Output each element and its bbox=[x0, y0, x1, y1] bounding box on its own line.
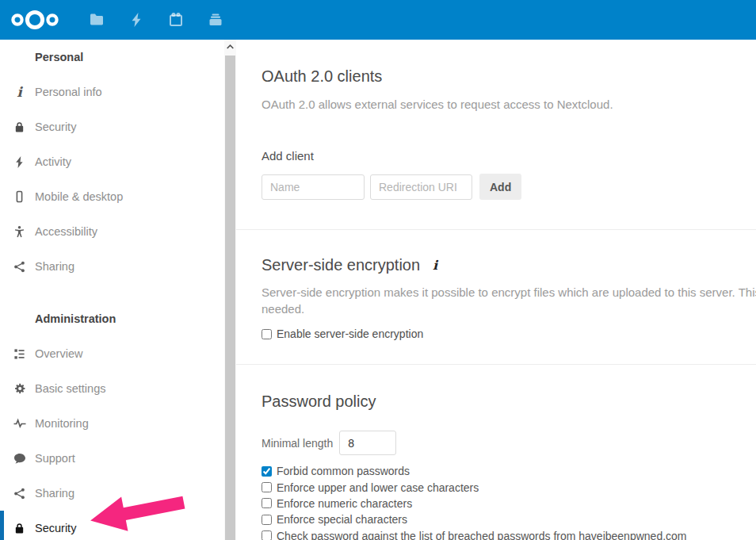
nextcloud-logo[interactable] bbox=[8, 0, 62, 40]
oauth-section: OAuth 2.0 clients OAuth 2.0 allows exter… bbox=[236, 66, 756, 200]
accessibility-icon bbox=[4, 225, 35, 238]
settings-content: OAuth 2.0 clients OAuth 2.0 allows exter… bbox=[236, 40, 756, 540]
sidebar-item-sharing-personal[interactable]: Sharing bbox=[0, 249, 224, 284]
lock-icon bbox=[4, 121, 35, 133]
client-name-input[interactable] bbox=[262, 174, 365, 200]
add-client-label: Add client bbox=[262, 149, 756, 163]
policy-row: Check password against the list of breac… bbox=[262, 528, 756, 540]
sidebar-item-support[interactable]: Support bbox=[0, 441, 224, 476]
gear-icon bbox=[4, 382, 35, 395]
sidebar-section-personal: Personal bbox=[0, 40, 224, 75]
sidebar-section-administration: Administration bbox=[0, 301, 224, 336]
settings-sidebar: Personal i Personal info Security Activi… bbox=[0, 40, 224, 540]
info-icon: i bbox=[4, 86, 35, 99]
files-icon[interactable] bbox=[77, 0, 116, 40]
sidebar-item-activity[interactable]: Activity bbox=[0, 144, 224, 179]
sidebar-scrollbar[interactable] bbox=[224, 40, 236, 540]
monitoring-icon bbox=[4, 418, 35, 429]
sidebar-item-personal-info[interactable]: i Personal info bbox=[0, 75, 224, 109]
sidebar-item-security-personal[interactable]: Security bbox=[0, 109, 224, 144]
calendar-icon[interactable] bbox=[156, 0, 196, 40]
enable-encryption-checkbox[interactable] bbox=[262, 329, 272, 339]
policy-row: Enforce upper and lower case characters bbox=[262, 479, 756, 495]
sidebar-item-accessibility[interactable]: Accessibility bbox=[0, 214, 224, 249]
password-policy-section: Password policy Minimal length Forbid co… bbox=[236, 364, 756, 540]
mobile-icon bbox=[4, 190, 35, 203]
enable-encryption-label[interactable]: Enable server-side encryption bbox=[277, 327, 423, 340]
scrollbar-thumb[interactable] bbox=[225, 56, 235, 540]
scrollbar-up-arrow-icon[interactable] bbox=[224, 40, 236, 54]
forbid-common-passwords-checkbox[interactable] bbox=[262, 466, 272, 477]
lock-icon bbox=[4, 523, 35, 534]
minimal-length-label: Minimal length bbox=[262, 437, 333, 450]
policy-row: Forbid common passwords bbox=[262, 463, 756, 479]
password-policy-options: Forbid common passwords Enforce upper an… bbox=[262, 463, 756, 540]
activity-icon[interactable] bbox=[116, 0, 156, 40]
sidebar-item-security-admin[interactable]: Security bbox=[0, 511, 224, 540]
oauth-title: OAuth 2.0 clients bbox=[262, 66, 756, 87]
policy-row: Enforce special characters bbox=[262, 511, 756, 527]
lightning-icon bbox=[4, 156, 35, 168]
minimal-length-input[interactable] bbox=[339, 431, 396, 455]
enforce-special-checkbox[interactable] bbox=[262, 515, 272, 525]
encryption-description-line1: Server-side encryption makes it possible… bbox=[262, 284, 756, 301]
overview-icon bbox=[4, 348, 35, 360]
share-icon bbox=[4, 488, 35, 500]
enforce-upper-lower-checkbox[interactable] bbox=[262, 482, 272, 492]
password-policy-title: Password policy bbox=[262, 391, 756, 412]
enforce-numeric-checkbox[interactable] bbox=[262, 498, 272, 508]
add-client-button[interactable]: Add bbox=[479, 174, 521, 200]
deck-icon[interactable] bbox=[196, 0, 235, 40]
sidebar-item-basic-settings[interactable]: Basic settings bbox=[0, 371, 224, 406]
check-hibp-checkbox[interactable] bbox=[262, 530, 272, 540]
info-icon[interactable]: i bbox=[433, 258, 437, 273]
oauth-description: OAuth 2.0 allows external services to re… bbox=[262, 96, 756, 113]
policy-row: Enforce numeric characters bbox=[262, 496, 756, 511]
encryption-title: Server-side encryption bbox=[262, 255, 420, 276]
redirection-uri-input[interactable] bbox=[370, 174, 472, 200]
encryption-description-line2: needed. bbox=[262, 301, 756, 317]
sidebar-item-monitoring[interactable]: Monitoring bbox=[0, 406, 224, 441]
sidebar-item-overview[interactable]: Overview bbox=[0, 336, 224, 371]
sidebar-item-mobile-desktop[interactable]: Mobile & desktop bbox=[0, 179, 224, 214]
share-icon bbox=[4, 261, 35, 273]
speech-bubble-icon bbox=[4, 453, 35, 465]
top-navigation-bar bbox=[0, 0, 756, 40]
encryption-section: Server-side encryption i Server-side enc… bbox=[236, 229, 756, 340]
sidebar-item-sharing-admin[interactable]: Sharing bbox=[0, 476, 224, 511]
